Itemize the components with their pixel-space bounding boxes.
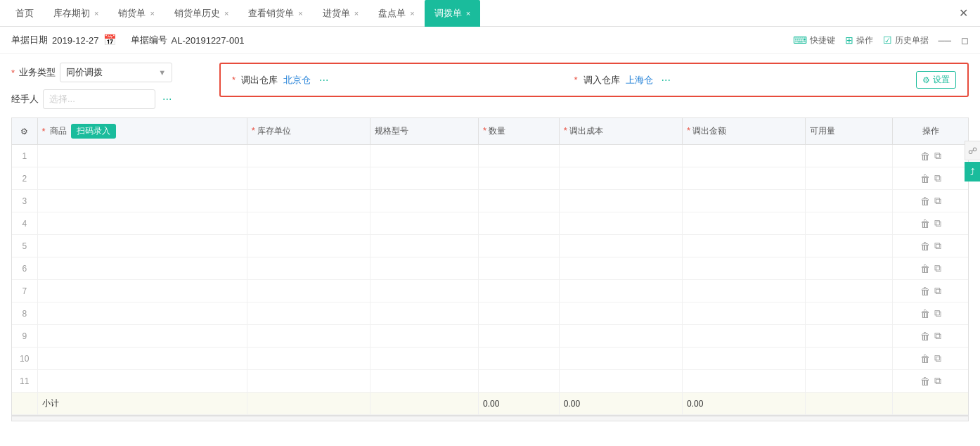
quantity-cell[interactable] [479, 167, 560, 190]
tab-sales-history[interactable]: 销货单历史 × [165, 0, 238, 27]
expand-button[interactable]: ⤴ [965, 162, 980, 181]
product-cell[interactable] [37, 325, 247, 348]
out-warehouse-more-button[interactable]: ··· [316, 74, 331, 87]
table-row: 1 🗑 ⧉ [12, 145, 968, 167]
person-label: 经手人 [11, 93, 39, 106]
cost-cell[interactable] [559, 280, 682, 302]
shortcut-button[interactable]: ⌨ 快捷键 [793, 34, 835, 46]
product-cell[interactable] [37, 302, 247, 325]
close-icon[interactable]: × [354, 9, 359, 18]
product-cell[interactable] [37, 257, 247, 280]
cost-cell[interactable] [559, 348, 682, 370]
close-icon-active[interactable]: × [466, 9, 470, 18]
copy-icon[interactable]: ⧉ [934, 375, 941, 387]
delete-icon[interactable]: 🗑 [920, 286, 930, 297]
history-button[interactable]: ☑ 历史单据 [883, 34, 929, 46]
code-value: AL-20191227-001 [172, 35, 245, 46]
close-icon[interactable]: × [224, 9, 228, 18]
subtotal-amount: 0.00 [683, 393, 806, 415]
close-icon[interactable]: × [410, 9, 414, 18]
layout-icon-2[interactable]: ◻ [961, 35, 969, 46]
note-button[interactable]: ☍ [965, 141, 980, 160]
window-close-button[interactable]: ✕ [952, 2, 974, 25]
delete-icon[interactable]: 🗑 [920, 218, 930, 229]
warehouse-section: * 调出仓库 北京仓 ··· * 调入仓库 上海仓 ··· ⚙ 设置 [219, 63, 969, 97]
amount-cell [683, 302, 806, 325]
copy-icon[interactable]: ⧉ [934, 307, 941, 319]
in-warehouse-more-button[interactable]: ··· [659, 74, 673, 87]
close-icon[interactable]: × [94, 9, 98, 18]
product-cell[interactable] [37, 145, 247, 167]
calendar-icon[interactable]: 📅 [103, 34, 117, 46]
delete-icon[interactable]: 🗑 [920, 376, 930, 387]
row-num: 9 [12, 325, 37, 348]
tab-transfer[interactable]: 调拨单 × [425, 0, 480, 27]
cost-cell[interactable] [559, 167, 682, 190]
person-more-button[interactable]: ··· [160, 93, 174, 106]
tab-inventory-init[interactable]: 库存期初 × [44, 0, 108, 27]
operation-button[interactable]: ⊞ 操作 [845, 34, 873, 46]
delete-icon[interactable]: 🗑 [920, 196, 930, 207]
spec-cell [370, 325, 479, 348]
cost-cell[interactable] [559, 145, 682, 167]
copy-icon[interactable]: ⧉ [934, 330, 941, 342]
tab-sales-order[interactable]: 销货单 × [108, 0, 164, 27]
quantity-cell[interactable] [479, 235, 560, 257]
delete-icon[interactable]: 🗑 [920, 173, 930, 184]
horizontal-scrollbar[interactable] [11, 416, 969, 421]
product-cell[interactable] [37, 348, 247, 370]
cost-cell[interactable] [559, 257, 682, 280]
product-cell[interactable] [37, 167, 247, 190]
delete-icon[interactable]: 🗑 [920, 331, 930, 342]
quantity-cell[interactable] [479, 325, 560, 348]
close-icon[interactable]: × [150, 9, 154, 18]
cost-cell[interactable] [559, 235, 682, 257]
product-cell[interactable] [37, 212, 247, 235]
copy-icon[interactable]: ⧉ [934, 352, 941, 364]
tab-purchase[interactable]: 进货单 × [313, 0, 368, 27]
close-icon[interactable]: × [298, 9, 302, 18]
form-left: * 业务类型 同价调拨 ▼ 经手人 选择... ··· [11, 63, 208, 109]
quantity-cell[interactable] [479, 190, 560, 212]
settings-button[interactable]: ⚙ 设置 [916, 71, 956, 89]
quantity-cell[interactable] [479, 280, 560, 302]
copy-icon[interactable]: ⧉ [934, 150, 941, 162]
out-warehouse-value[interactable]: 北京仓 [283, 74, 311, 87]
delete-icon[interactable]: 🗑 [920, 151, 930, 162]
delete-icon[interactable]: 🗑 [920, 353, 930, 364]
business-type-select[interactable]: 同价调拨 ▼ [60, 63, 172, 82]
delete-icon[interactable]: 🗑 [920, 308, 930, 319]
quantity-cell[interactable] [479, 348, 560, 370]
quantity-cell[interactable] [479, 257, 560, 280]
product-cell[interactable] [37, 190, 247, 212]
copy-icon[interactable]: ⧉ [934, 217, 941, 229]
person-select[interactable]: 选择... [43, 89, 155, 109]
tab-home[interactable]: 首页 [6, 0, 44, 27]
quantity-cell[interactable] [479, 145, 560, 167]
cost-cell[interactable] [559, 190, 682, 212]
layout-icon-1[interactable]: ── [939, 35, 951, 46]
cost-cell[interactable] [559, 212, 682, 235]
product-cell[interactable] [37, 280, 247, 302]
col-settings[interactable]: ⚙ [12, 118, 37, 145]
cost-cell[interactable] [559, 302, 682, 325]
in-warehouse-value[interactable]: 上海仓 [626, 74, 653, 87]
delete-icon[interactable]: 🗑 [920, 241, 930, 252]
row-num: 6 [12, 257, 37, 280]
date-value[interactable]: 2019-12-27 [52, 35, 99, 46]
scan-button[interactable]: 扫码录入 [71, 124, 116, 139]
tab-view-sales[interactable]: 查看销货单 × [238, 0, 312, 27]
quantity-cell[interactable] [479, 212, 560, 235]
subtotal-label: 小计 [37, 393, 247, 415]
product-cell[interactable] [37, 235, 247, 257]
tab-stocktake[interactable]: 盘点单 × [368, 0, 424, 27]
copy-icon[interactable]: ⧉ [934, 285, 941, 297]
copy-icon[interactable]: ⧉ [934, 195, 941, 207]
quantity-cell[interactable] [479, 302, 560, 325]
copy-icon[interactable]: ⧉ [934, 262, 941, 274]
delete-icon[interactable]: 🗑 [920, 263, 930, 274]
unit-cell [247, 145, 370, 167]
cost-cell[interactable] [559, 325, 682, 348]
copy-icon[interactable]: ⧉ [934, 240, 941, 252]
copy-icon[interactable]: ⧉ [934, 172, 941, 184]
